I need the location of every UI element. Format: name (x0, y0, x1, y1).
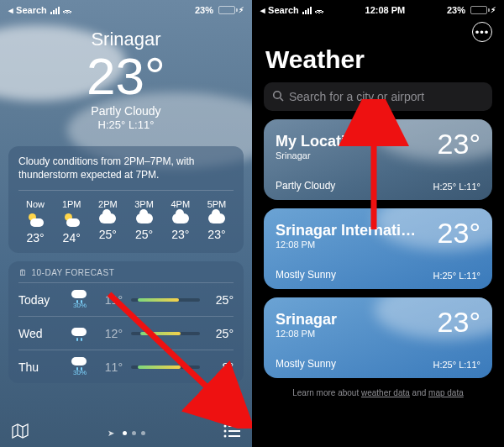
low-temp: 11° (94, 360, 123, 374)
hour-temp: 23° (207, 228, 225, 241)
svg-point-4 (224, 435, 227, 438)
hour-label: 5PM (207, 199, 227, 209)
hourly-forecast[interactable]: Now23°1PM24°2PM25°3PM25°4PM23°5PM23° (18, 190, 234, 245)
hour-label: 1PM (62, 199, 81, 209)
current-condition: Partly Cloudy (0, 104, 252, 118)
svg-point-0 (224, 425, 227, 428)
page-dots[interactable]: ➤ (108, 429, 145, 438)
hour-temp: 23° (26, 231, 44, 245)
wifi-icon (315, 5, 323, 15)
city-temp: 23° (438, 128, 480, 160)
cloud-icon (99, 213, 116, 224)
hour-column: 2PM25° (91, 199, 124, 245)
precip-pct: 30% (73, 302, 87, 309)
weather-detail-screen: ◂ Search 23% ⚡︎ Srinagar 23° Partly Clou… (0, 0, 252, 447)
bottom-toolbar: ➤ (0, 418, 252, 447)
rain-cloud-icon (71, 290, 88, 302)
weather-list-screen: ◂ Search 12:08 PM 23% ⚡︎ ••• Weather Sea… (252, 0, 504, 447)
hour-temp: 23° (171, 228, 189, 241)
city-condition: Partly Cloudy (276, 180, 335, 192)
status-time: 12:08 PM (365, 5, 406, 15)
charging-icon: ⚡︎ (239, 6, 244, 14)
city-hilo: H:25° L:11° (433, 271, 481, 281)
city-name: Srinagar Internatio… (276, 223, 418, 239)
cloud-icon (172, 213, 189, 224)
learn-more: Learn more about weather data and map da… (252, 378, 504, 408)
day-label: Wed (18, 327, 66, 340)
temp-range-bar (131, 298, 200, 302)
current-temp: 23° (0, 50, 252, 103)
status-bar: ◂ Search 12:08 PM 23% ⚡︎ (252, 0, 504, 17)
sun-cloud-icon (63, 213, 80, 227)
low-temp: 12° (94, 327, 123, 340)
svg-point-7 (274, 91, 281, 98)
city-name: My Location (276, 134, 364, 150)
hour-column: 5PM23° (200, 199, 234, 245)
cell-signal-icon (50, 7, 60, 14)
page-title: Weather (252, 42, 504, 82)
precip-pct: 30% (73, 369, 87, 376)
svg-rect-5 (228, 435, 240, 437)
city-condition: Mostly Sunny (276, 269, 336, 281)
temp-range-bar (131, 365, 200, 369)
back-to-app[interactable]: ◂ Search (8, 5, 47, 16)
forecast-row[interactable]: Wed12°25° (18, 316, 234, 350)
map-data-link[interactable]: map data (428, 388, 464, 397)
city-condition: Mostly Sunny (276, 358, 336, 370)
battery-percent: 23% (447, 5, 465, 15)
forecast-row[interactable]: Thu30%11°8° (18, 350, 234, 383)
day-label: Thu (18, 360, 66, 374)
city-sub: Srinagar (276, 150, 364, 160)
hourly-card[interactable]: Cloudy conditions from 2PM–7PM, with thu… (8, 146, 244, 253)
battery-percent: 23% (195, 5, 213, 15)
city-sub: 12:08 PM (276, 239, 418, 250)
search-placeholder: Search for a city or airport (289, 90, 424, 103)
city-sub: 12:08 PM (276, 329, 337, 339)
city-hilo: H:25° L:11° (433, 360, 481, 370)
hour-temp: 25° (135, 228, 153, 241)
hour-column: Now23° (18, 199, 52, 245)
more-button[interactable]: ••• (472, 22, 492, 42)
city-temp: 23° (438, 217, 480, 250)
list-button[interactable] (223, 424, 240, 441)
high-temp: 8° (208, 360, 234, 374)
current-weather-hero: Srinagar 23° Partly Cloudy H:25° L:11° (0, 17, 252, 138)
summary-text: Cloudy conditions from 2PM–7PM, with thu… (18, 155, 234, 181)
forecast-row[interactable]: Today30%11°25° (18, 282, 234, 316)
svg-point-2 (224, 430, 227, 433)
rain-cloud-icon (71, 328, 88, 339)
battery-icon: ⚡︎ (217, 6, 244, 14)
temp-range-bar (131, 332, 200, 335)
hour-temp: 25° (99, 228, 117, 241)
hour-column: 4PM23° (164, 199, 197, 245)
city-temp: 23° (438, 306, 480, 339)
ten-day-title: 🗓 10-DAY FORECAST (18, 268, 234, 282)
high-temp: 25° (208, 293, 234, 307)
hour-column: 3PM25° (128, 199, 161, 245)
svg-rect-1 (228, 425, 240, 427)
city-card[interactable]: Srinagar Internatio…12:08 PM23°Mostly Su… (264, 208, 492, 289)
city-card[interactable]: Srinagar12:08 PM23°Mostly SunnyH:25° L:1… (264, 297, 492, 378)
city-card[interactable]: My LocationSrinagar23°Partly CloudyH:25°… (264, 119, 492, 200)
svg-line-8 (281, 97, 284, 101)
ten-day-card[interactable]: 🗓 10-DAY FORECAST Today30%11°25°Wed12°25… (8, 261, 244, 383)
low-temp: 11° (94, 293, 123, 307)
hour-label: 2PM (98, 199, 118, 209)
hour-label: 4PM (171, 199, 190, 209)
hour-temp: 24° (63, 231, 81, 245)
calendar-icon: 🗓 (18, 268, 28, 277)
cloud-icon (136, 213, 153, 224)
svg-rect-3 (228, 430, 240, 432)
city-name: Srinagar (276, 312, 337, 329)
weather-data-link[interactable]: weather data (361, 388, 410, 397)
sun-cloud-icon (27, 213, 44, 227)
map-button[interactable] (12, 423, 29, 442)
battery-icon: ⚡︎ (469, 6, 496, 14)
cloud-icon (208, 213, 225, 224)
day-label: Today (18, 293, 66, 307)
search-input[interactable]: Search for a city or airport (264, 82, 492, 111)
hour-column: 1PM24° (55, 199, 88, 245)
city-hilo: H:25° L:11° (433, 181, 481, 192)
high-temp: 25° (208, 327, 234, 340)
back-to-app[interactable]: ◂ Search (260, 5, 299, 16)
